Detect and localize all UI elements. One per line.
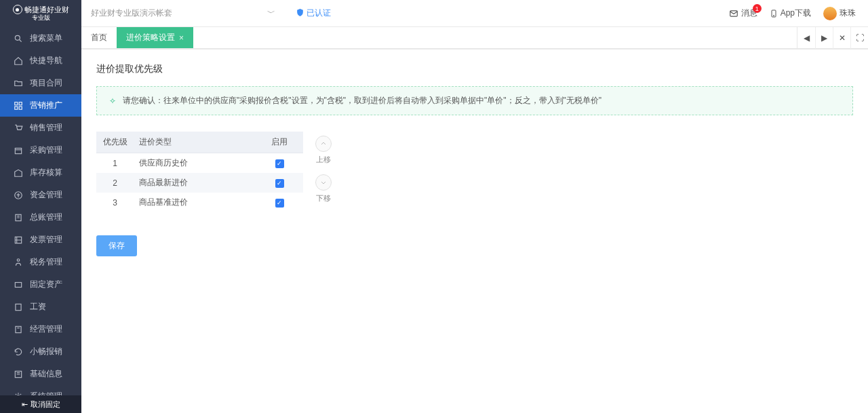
close-icon[interactable]: ×	[179, 33, 184, 43]
sidebar-item-label: 总账管理	[30, 212, 62, 223]
sidebar-item-8[interactable]: 总账管理	[0, 206, 81, 229]
logo-brand: 畅捷通好业财	[24, 5, 69, 14]
sparkle-icon: ✧	[109, 96, 116, 106]
enable-checkbox[interactable]: ✓	[275, 179, 284, 188]
fullscreen-button[interactable]: ⛶	[850, 27, 868, 49]
warehouse-icon	[14, 168, 23, 178]
messages-button[interactable]: 消息 1	[729, 7, 757, 19]
sidebar-item-11[interactable]: 固定资产	[0, 273, 81, 296]
cell-type: 供应商历史价	[134, 153, 256, 174]
tab-label: 进价策略设置	[126, 32, 175, 43]
enable-checkbox[interactable]: ✓	[275, 159, 284, 168]
move-up-button[interactable]	[315, 136, 332, 152]
move-down-label: 下移	[316, 193, 331, 203]
cell-type: 商品最新进价	[134, 173, 256, 193]
tab-next-button[interactable]: ▶	[815, 27, 833, 49]
user-name: 珠珠	[840, 7, 856, 19]
box-icon	[14, 146, 23, 155]
logo: 畅捷通好业财 专业版	[0, 0, 81, 27]
sidebar-item-label: 库存核算	[30, 167, 62, 178]
salary-icon	[14, 302, 23, 312]
sidebar-item-label: 税务管理	[30, 256, 62, 268]
sidebar-item-label: 发票管理	[30, 234, 62, 245]
messages-badge: 1	[753, 4, 762, 13]
content: 进价提取优先级 ✧ 请您确认：往来单位中的供应商"采购报价含税"设置，为"含税"…	[81, 49, 868, 413]
tab-label: 首页	[91, 32, 107, 43]
verified-label: 已认证	[307, 7, 331, 19]
sidebar-item-13[interactable]: 经营管理	[0, 318, 81, 340]
invoice-icon	[14, 235, 23, 245]
shield-icon	[296, 8, 304, 19]
sidebar-footer-label: 取消固定	[31, 399, 60, 410]
tab-actions: ◀ ▶ ✕ ⛶	[797, 27, 868, 48]
sidebar-item-label: 采购管理	[30, 144, 62, 156]
phone-icon	[770, 9, 778, 18]
sidebar-item-0[interactable]: 搜索菜单	[0, 27, 81, 50]
priority-table: 优先级 进价类型 启用 1 供应商历史价 ✓ 2 商品最新进价 ✓ 3	[96, 132, 303, 212]
sidebar-item-12[interactable]: 工资	[0, 296, 81, 318]
svg-rect-5	[19, 102, 22, 104]
save-button[interactable]: 保存	[96, 235, 137, 256]
info-icon	[14, 370, 23, 379]
ledger-icon	[14, 213, 23, 222]
user-menu[interactable]: 珠珠	[823, 7, 856, 20]
sidebar-item-label: 经营管理	[30, 323, 62, 335]
cart-icon	[14, 123, 23, 133]
cell-type: 商品基准进价	[134, 193, 256, 212]
cell-priority: 2	[96, 173, 134, 193]
priority-table-wrap: 优先级 进价类型 启用 1 供应商历史价 ✓ 2 商品最新进价 ✓ 3	[96, 132, 868, 212]
tab-prev-button[interactable]: ◀	[797, 27, 815, 49]
sidebar-item-10[interactable]: 税务管理	[0, 251, 81, 273]
svg-rect-7	[19, 106, 22, 109]
sidebar-item-label: 基础信息	[30, 368, 62, 380]
sidebar-item-15[interactable]: 基础信息	[0, 363, 81, 385]
top-right: 消息 1 App下载 珠珠	[729, 7, 868, 20]
table-row[interactable]: 2 商品最新进价 ✓	[96, 173, 303, 193]
move-controls: 上移 下移	[315, 132, 332, 203]
tab-price-strategy[interactable]: 进价策略设置 ×	[117, 27, 193, 48]
svg-point-12	[17, 258, 20, 261]
sidebar-item-label: 搜索菜单	[30, 33, 62, 44]
account-selector[interactable]: 好业财专业版演示帐套 ﹀	[91, 7, 275, 19]
svg-rect-8	[15, 148, 21, 153]
sidebar-item-4[interactable]: 销售管理	[0, 117, 81, 139]
sidebar: 搜索菜单 快捷导航 项目合同 营销推广 销售管理 采购管理 库存核算 资金管理 …	[0, 27, 81, 413]
sidebar-item-label: 固定资产	[30, 279, 62, 290]
sidebar-pin-toggle[interactable]: ⇤ 取消固定	[0, 395, 81, 413]
account-selector-label: 好业财专业版演示帐套	[91, 7, 172, 19]
sidebar-item-1[interactable]: 快捷导航	[0, 50, 81, 72]
logo-edition: 专业版	[32, 15, 50, 22]
sidebar-item-7[interactable]: 资金管理	[0, 184, 81, 206]
tab-bar: 首页 进价策略设置 × ◀ ▶ ✕ ⛶	[81, 27, 868, 49]
cell-priority: 1	[96, 153, 134, 174]
table-row[interactable]: 1 供应商历史价 ✓	[96, 153, 303, 174]
app-download-button[interactable]: App下载	[770, 7, 811, 19]
search-icon	[14, 34, 23, 43]
sidebar-item-9[interactable]: 发票管理	[0, 229, 81, 251]
sidebar-item-label: 小畅报销	[30, 346, 62, 357]
sidebar-item-3[interactable]: 营销推广	[0, 94, 81, 117]
info-alert: ✧ 请您确认：往来单位中的供应商"采购报价含税"设置，为"含税"，取到进价后将自…	[96, 86, 853, 115]
verified-badge: 已认证	[296, 7, 331, 19]
col-enable: 启用	[256, 132, 303, 153]
move-down-button[interactable]	[315, 174, 332, 191]
tab-close-all-button[interactable]: ✕	[833, 27, 850, 49]
sidebar-item-14[interactable]: 小畅报销	[0, 340, 81, 363]
col-type: 进价类型	[134, 132, 256, 153]
table-row[interactable]: 3 商品基准进价 ✓	[96, 193, 303, 212]
sidebar-item-label: 快捷导航	[30, 55, 62, 66]
svg-point-2	[773, 15, 774, 16]
enable-checkbox[interactable]: ✓	[275, 199, 284, 208]
move-up-label: 上移	[316, 155, 331, 165]
sidebar-item-label: 销售管理	[30, 122, 62, 134]
message-icon	[729, 9, 738, 18]
svg-rect-6	[15, 106, 18, 109]
tab-home[interactable]: 首页	[81, 27, 117, 48]
logo-icon	[13, 5, 22, 14]
sidebar-item-2[interactable]: 项目合同	[0, 72, 81, 94]
sidebar-item-5[interactable]: 采购管理	[0, 139, 81, 161]
sidebar-item-label: 工资	[30, 301, 46, 313]
sidebar-item-6[interactable]: 库存核算	[0, 161, 81, 184]
app-download-label: App下载	[781, 7, 811, 19]
svg-rect-14	[16, 304, 21, 310]
